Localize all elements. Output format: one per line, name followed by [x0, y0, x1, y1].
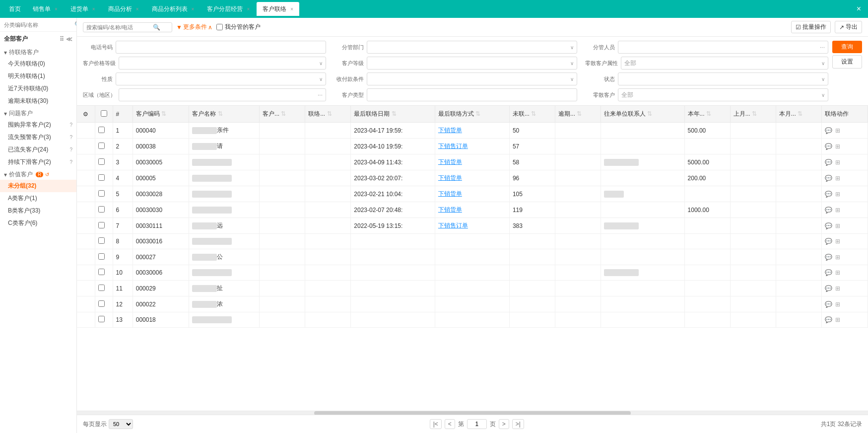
row-checkbox[interactable]	[98, 190, 105, 197]
refresh-icon[interactable]: ↺	[45, 172, 49, 177]
row-checkbox[interactable]	[98, 158, 105, 165]
payment-select[interactable]: ∨	[367, 72, 577, 85]
retail-attr-select[interactable]: 全部 ∨	[621, 57, 828, 70]
grid-action-icon[interactable]: ⊞	[835, 301, 840, 308]
cell-last-way[interactable]: 下销货单	[435, 170, 509, 186]
dots-icon[interactable]: ···	[820, 44, 825, 51]
first-page-btn[interactable]: |<	[430, 419, 442, 429]
cell-check[interactable]	[95, 312, 113, 328]
close-analysis-list-tab[interactable]: ×	[192, 6, 195, 12]
col-check-all[interactable]	[95, 106, 113, 123]
phone-input[interactable]	[116, 41, 326, 54]
col-this-year[interactable]: 本年... ⇅	[684, 106, 730, 123]
col-contact-person[interactable]: 往来单位联系人 ⇅	[601, 106, 684, 123]
sidebar-item-7days[interactable]: 近7天待联络(0)	[0, 82, 76, 95]
grid-action-icon[interactable]: ⊞	[835, 269, 840, 276]
customer-type-select[interactable]	[367, 88, 577, 101]
grid-action-icon[interactable]: ⊞	[835, 127, 840, 134]
page-number-input[interactable]	[467, 419, 487, 429]
grid-action-icon[interactable]: ⊞	[835, 285, 840, 292]
close-purchase-tab[interactable]: ×	[92, 6, 95, 12]
last-page-btn[interactable]: >|	[512, 419, 524, 429]
cell-last-way[interactable]	[435, 296, 509, 312]
message-icon[interactable]: 💬	[825, 238, 832, 245]
message-icon[interactable]: 💬	[825, 254, 832, 261]
col-name[interactable]: 客户名称 ⇅	[189, 106, 260, 123]
close-customer-layer-tab[interactable]: ×	[247, 6, 250, 12]
horizontal-scrollbar[interactable]	[77, 411, 868, 415]
sidebar-item-churn-warning[interactable]: 流失预警客户(3) ?	[0, 131, 76, 144]
row-checkbox[interactable]	[98, 222, 105, 228]
sidebar-search-input[interactable]	[4, 22, 72, 28]
sidebar-item-abnormal[interactable]: 囤购异常客户(2) ?	[0, 119, 76, 131]
row-checkbox[interactable]	[98, 316, 105, 322]
sidebar-all-customers[interactable]: 全部客户 ⠿ ≪	[0, 32, 76, 46]
message-icon[interactable]: 💬	[825, 269, 832, 276]
grid-action-icon[interactable]: ⊞	[835, 207, 840, 214]
grid-action-icon[interactable]: ⊞	[835, 143, 840, 150]
row-checkbox[interactable]	[98, 285, 105, 291]
grid-action-icon[interactable]: ⊞	[835, 316, 840, 323]
message-icon[interactable]: 💬	[825, 301, 832, 308]
nav-tab-purchase[interactable]: 进货单 ×	[65, 2, 101, 16]
row-checkbox[interactable]	[98, 269, 105, 275]
nav-home[interactable]: 首页	[4, 5, 26, 13]
sidebar-item-churned[interactable]: 已流失客户(24) ?	[0, 144, 76, 156]
row-checkbox[interactable]	[98, 127, 105, 133]
cell-check[interactable]	[95, 218, 113, 234]
close-sales-tab[interactable]: ×	[55, 6, 58, 12]
col-last-month[interactable]: 上月... ⇅	[730, 106, 776, 123]
price-level-select[interactable]: ∨	[119, 57, 326, 70]
col-no-contact[interactable]: 未联... ⇅	[509, 106, 555, 123]
cell-last-way[interactable]	[435, 234, 509, 249]
filter-search-input[interactable]	[86, 24, 151, 30]
row-checkbox[interactable]	[98, 300, 105, 307]
message-icon[interactable]: 💬	[825, 143, 832, 150]
prev-page-btn[interactable]: <	[445, 419, 455, 429]
cell-check[interactable]	[95, 139, 113, 154]
sidebar-item-overdue[interactable]: 逾期未联络(30)	[0, 95, 76, 107]
row-checkbox[interactable]	[98, 206, 105, 213]
message-icon[interactable]: 💬	[825, 316, 832, 323]
row-checkbox[interactable]	[98, 253, 105, 260]
sidebar-item-ungroup[interactable]: 未分组(32)	[0, 180, 76, 192]
nav-tab-analysis-list[interactable]: 商品分析列表 ×	[146, 2, 200, 16]
col-last-date[interactable]: 最后联络日期 ⇅	[351, 106, 435, 123]
sidebar-item-class-c[interactable]: C类客户(6)	[0, 217, 76, 229]
sidebar-item-class-a[interactable]: A类客户(1)	[0, 192, 76, 205]
message-icon[interactable]: 💬	[825, 285, 832, 292]
close-customer-contact-tab[interactable]: ×	[290, 6, 293, 12]
row-checkbox[interactable]	[98, 237, 105, 244]
nav-tab-sales[interactable]: 销售单 ×	[27, 2, 64, 16]
page-size-select[interactable]: 50 100 200	[109, 419, 133, 429]
dept-select[interactable]: ∨	[367, 41, 577, 54]
col-setting[interactable]: ⚙	[77, 106, 95, 123]
cell-check[interactable]	[95, 249, 113, 265]
grid-action-icon[interactable]: ⊞	[835, 191, 840, 198]
check-all-checkbox[interactable]	[101, 110, 107, 117]
sidebar-item-tomorrow[interactable]: 明天待联络(1)	[0, 70, 76, 82]
next-page-btn[interactable]: >	[499, 419, 509, 429]
col-contact[interactable]: 联络... ⇅	[305, 106, 351, 123]
message-icon[interactable]: 💬	[825, 207, 832, 214]
customer-level-select[interactable]: ∨	[367, 57, 577, 70]
my-customers-checkbox[interactable]: 我分管的客户	[216, 23, 261, 31]
col-type[interactable]: 客户... ⇅	[260, 106, 305, 123]
cell-last-way[interactable]: 下销售订单	[435, 218, 509, 234]
cell-check[interactable]	[95, 170, 113, 186]
status-select[interactable]: ∨	[618, 72, 828, 85]
reset-button[interactable]: 设置	[832, 55, 862, 69]
sidebar-item-today[interactable]: 今天待联络(0)	[0, 58, 76, 70]
cell-last-way[interactable]: 下销货单	[435, 154, 509, 170]
cell-check[interactable]	[95, 202, 113, 218]
col-code[interactable]: 客户编码 ⇅	[133, 106, 189, 123]
nav-tab-customer-contact[interactable]: 客户联络 ×	[257, 2, 299, 16]
cell-last-way[interactable]: 下销货单	[435, 186, 509, 202]
area-select[interactable]: ···	[119, 88, 326, 101]
row-checkbox[interactable]	[98, 174, 105, 181]
cell-last-way[interactable]	[435, 265, 509, 281]
cell-last-way[interactable]: 下销售订单	[435, 139, 509, 154]
batch-op-btn[interactable]: ☑ 批量操作	[791, 21, 831, 33]
cell-check[interactable]	[95, 234, 113, 249]
grid-action-icon[interactable]: ⊞	[835, 175, 840, 182]
